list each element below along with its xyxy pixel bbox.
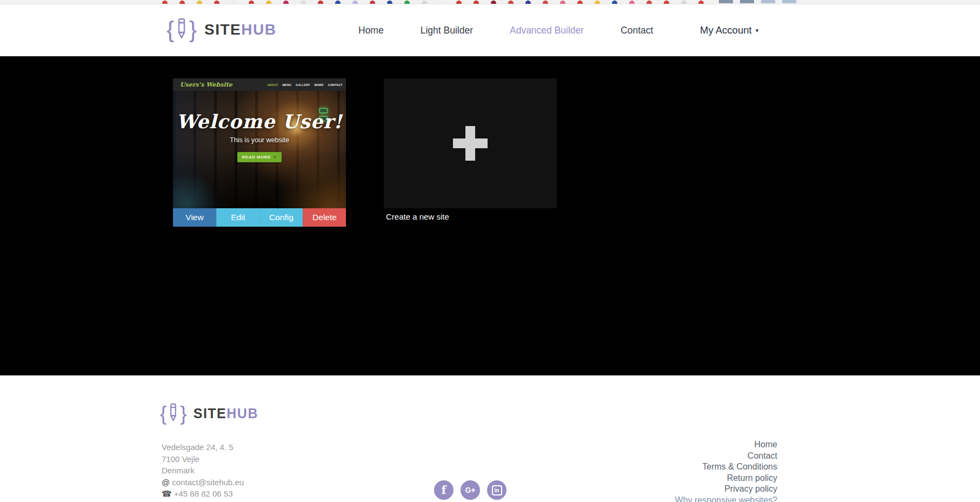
bookmark-favicon[interactable] [577,1,583,4]
footer-phone: +45 88 82 06 53 [174,489,233,498]
logo-brace-right: } [180,404,186,424]
logo-word-site: SITE [204,21,241,38]
bookmark-favicon[interactable] [439,1,444,4]
preview-nav-contact: CONTACT [328,83,343,86]
nav-item-light-builder[interactable]: Light Builder [421,25,473,36]
bookmark-favicon[interactable] [646,1,652,4]
footer-logo[interactable]: { } SITEHUB [160,402,258,425]
bookmark-favicon[interactable] [491,1,496,4]
footer-link-terms[interactable]: Terms & Conditions [675,461,777,473]
site-card: Users's Website ABOUT MENU GALLERY MORE … [173,78,346,227]
at-icon: @ [162,478,170,487]
preview-nav-menu: MENU [283,83,292,86]
address-country: Denmark [162,465,244,477]
my-account-dropdown[interactable]: My Account ▾ [700,4,758,56]
logo-wordmark: SITEHUB [204,21,276,38]
my-account-label: My Account [700,24,752,36]
bookmark-favicon[interactable] [525,1,531,4]
edit-button[interactable]: Edit [216,208,259,227]
bookmark-favicon[interactable] [595,1,600,4]
browser-tab-fragment[interactable] [782,0,796,3]
browser-tab-fragment[interactable] [740,0,754,3]
preview-hero-image: Welcome User! This is your website READ … [173,91,346,208]
logo-brace-right: } [189,18,197,41]
preview-hero-subtitle: This is your website [173,136,346,144]
bookmark-favicon[interactable] [283,1,289,4]
site-preview-thumbnail[interactable]: Users's Website ABOUT MENU GALLERY MORE … [173,78,346,208]
logo-word-hub: HUB [241,21,276,38]
preview-nav-gallery: GALLERY [296,83,310,86]
site-header: { } SITEHUB Home Light Builder Advanced … [0,4,980,56]
footer-link-privacy-policy[interactable]: Privacy policy [675,484,777,495]
footer-social-icons: f G+ in [434,480,506,500]
pencil-icon [176,17,188,42]
bookmark-favicon[interactable] [214,1,219,4]
bookmark-favicon[interactable] [612,1,617,4]
linkedin-icon[interactable]: in [487,480,506,500]
sitehub-logo[interactable]: { } SITEHUB [166,17,276,42]
footer-phone-row: ☎+45 88 82 06 53 [162,488,244,500]
footer-email-link[interactable]: contact@sitehub.eu [172,478,244,487]
bookmark-favicon[interactable] [543,1,548,4]
bookmarks-strip-squares [719,0,796,3]
bookmark-favicon[interactable] [162,1,168,4]
footer-link-home[interactable]: Home [675,439,777,451]
footer-logo-wordmark: SITEHUB [194,406,258,421]
footer-email-row: @contact@sitehub.eu [162,477,244,488]
browser-tab-fragment[interactable] [719,0,733,3]
footer-link-contact[interactable]: Contact [675,451,777,462]
bookmark-favicon[interactable] [508,1,514,4]
site-footer: { } SITEHUB Vedelsgade 24, 4. 5 7100 Vej… [0,375,980,502]
create-site-label[interactable]: Create a new site [386,212,449,221]
bookmark-favicon[interactable] [560,1,565,4]
nav-item-home[interactable]: Home [358,25,384,36]
plus-icon [453,126,488,161]
browser-tab-fragment[interactable] [761,0,775,3]
google-plus-icon[interactable]: G+ [461,480,480,500]
bookmark-favicon[interactable] [231,1,237,4]
main-navigation: Home Light Builder Advanced Builder Cont… [358,4,653,56]
pencil-icon [168,402,178,425]
facebook-icon[interactable]: f [434,480,454,500]
bookmark-favicon[interactable] [664,1,669,4]
create-site-card[interactable] [384,78,557,208]
bookmark-favicon[interactable] [387,1,392,4]
chevron-down-icon: ▾ [756,27,759,34]
bookmarks-strip-dots [162,1,704,4]
bookmark-favicon[interactable] [179,1,185,4]
footer-address: Vedelsgade 24, 4. 5 7100 Vejle Denmark @… [162,441,244,500]
sites-dashboard: Users's Website ABOUT MENU GALLERY MORE … [0,56,980,375]
bookmark-favicon[interactable] [681,1,686,4]
bookmark-favicon[interactable] [422,1,427,4]
preview-nav-more: MORE [315,83,324,86]
preview-navbar: Users's Website ABOUT MENU GALLERY MORE … [173,78,346,91]
bookmark-favicon[interactable] [370,1,375,4]
caret-down-icon: ▼ [273,155,277,159]
footer-link-return-policy[interactable]: Return policy [675,473,777,484]
bookmark-favicon[interactable] [335,1,341,4]
bookmark-favicon[interactable] [404,1,410,4]
footer-links: Home Contact Terms & Conditions Return p… [675,439,777,502]
preview-read-more-button: READ MORE ▼ [237,152,282,162]
bookmark-favicon[interactable] [352,1,358,4]
config-button[interactable]: Config [259,208,303,227]
preview-hero-content: Welcome User! This is your website READ … [173,91,346,162]
footer-link-partial[interactable]: Why responsive websites? [675,495,777,502]
bookmark-favicon[interactable] [266,1,271,4]
nav-item-contact[interactable]: Contact [621,25,653,36]
bookmark-favicon[interactable] [698,1,704,4]
bookmark-favicon[interactable] [197,1,202,4]
bookmark-favicon[interactable] [249,1,254,4]
delete-button[interactable]: Delete [303,208,346,227]
nav-item-advanced-builder[interactable]: Advanced Builder [510,25,584,36]
logo-brace-left: { [166,18,174,41]
bookmark-favicon[interactable] [318,1,323,4]
preview-nav-links: ABOUT MENU GALLERY MORE CONTACT [268,81,343,88]
bookmark-favicon[interactable] [629,1,635,4]
view-button[interactable]: View [173,208,216,227]
bookmark-favicon[interactable] [474,1,479,4]
site-card-actions: View Edit Config Delete [173,208,346,227]
bookmark-favicon[interactable] [301,1,306,4]
bookmark-favicon[interactable] [456,1,462,4]
preview-nav-about: ABOUT [268,83,278,86]
